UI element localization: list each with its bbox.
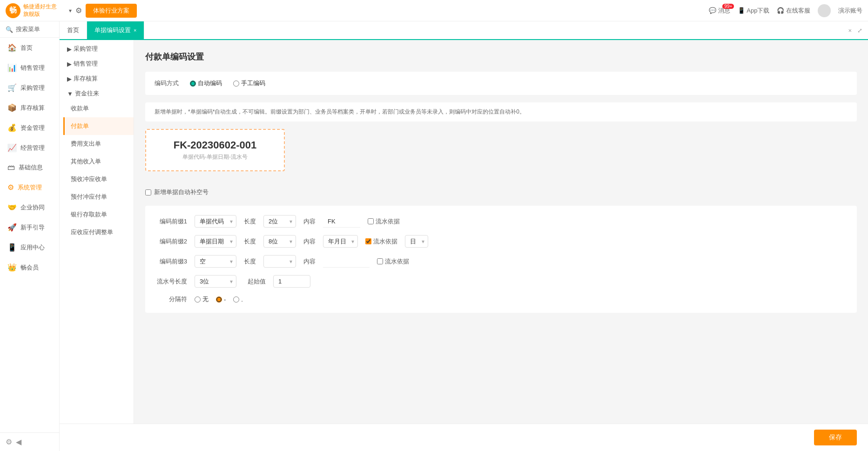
collapse-icon[interactable]: ◀ xyxy=(16,438,21,446)
stream3-checkbox[interactable] xyxy=(377,258,383,264)
settings-bottom-icon[interactable]: ⚙ xyxy=(6,438,12,446)
content3-label: 内容 xyxy=(303,257,316,266)
radio-sep-dot[interactable] xyxy=(233,296,239,303)
save-bar: 保存 xyxy=(60,424,868,451)
prefix3-select[interactable]: 空 xyxy=(195,255,236,268)
content2-select[interactable]: 年月日 xyxy=(323,235,358,248)
serial-len-select[interactable]: 3位 xyxy=(195,275,236,288)
submenu-capital[interactable]: ▼ 资金往来 xyxy=(60,85,134,100)
radio-auto-label[interactable]: 自动编码 xyxy=(190,79,222,88)
sidebar-item-system[interactable]: ⚙ 系统管理 xyxy=(0,177,59,197)
chevron-down-icon: ▼ xyxy=(67,90,73,97)
top-bar-dropdown[interactable]: ▾ xyxy=(69,7,72,14)
submenu-adjust[interactable]: 应收应付调整单 xyxy=(63,223,134,241)
tab-maximize-icon[interactable]: ⤢ xyxy=(857,27,862,34)
sales-icon: 📊 xyxy=(7,63,17,72)
submenu-expense[interactable]: 费用支出单 xyxy=(63,135,134,153)
sep-label: 分隔符 xyxy=(155,295,187,303)
tab-bar: 首页 单据编码设置 × × ⤢ xyxy=(60,21,868,40)
tab-coding-settings[interactable]: 单据编码设置 × xyxy=(87,21,144,39)
sidebar-item-basic[interactable]: 🗃 基础信息 xyxy=(0,158,59,177)
content2-label: 内容 xyxy=(303,237,316,246)
radio-sep-dash[interactable] xyxy=(216,296,222,303)
submenu-receipt[interactable]: 收款单 xyxy=(63,100,134,117)
headset-icon: 🎧 xyxy=(777,7,784,14)
finance-icon: 💰 xyxy=(7,123,17,132)
prefix2-select-wrapper: 单据日期 xyxy=(195,235,236,248)
app-download-btn[interactable]: 📱 App下载 xyxy=(738,7,769,15)
member-icon: 👑 xyxy=(7,263,17,272)
submenu-inventory[interactable]: ▶ 库存核算 xyxy=(60,70,134,85)
start-val-input[interactable] xyxy=(273,275,310,288)
sep-dot-label[interactable]: . xyxy=(233,296,243,303)
sep-row: 分隔符 无 - . xyxy=(155,295,848,303)
submenu-purchase[interactable]: ▶ 采购管理 xyxy=(60,40,134,55)
sidebar-item-inventory[interactable]: 📦 库存核算 xyxy=(0,98,59,118)
form-section: 编码前缀1 单据代码 长度 2位 内容 xyxy=(145,206,857,313)
sidebar: 🔍 搜索菜单 🏠 首页 📊 销售管理 🛒 采购管理 📦 库存核算 💰 资金管理 … xyxy=(0,21,60,451)
length1-select[interactable]: 2位 xyxy=(263,215,296,228)
radio-auto[interactable] xyxy=(190,81,196,87)
trial-btn[interactable]: 体验行业方案 xyxy=(86,4,137,18)
tab-home[interactable]: 首页 xyxy=(60,21,87,39)
sidebar-search[interactable]: 🔍 搜索菜单 xyxy=(0,21,59,38)
home-icon: 🏠 xyxy=(7,43,17,52)
length3-select[interactable] xyxy=(263,255,296,268)
serial-len-select-wrapper: 3位 xyxy=(195,275,236,288)
auto-fill-checkbox[interactable] xyxy=(145,189,151,195)
length2-select-wrapper: 8位 xyxy=(263,235,296,248)
code-preview-sub: 单据代码-单据日期-流水号 xyxy=(161,153,269,161)
length2-label: 长度 xyxy=(244,237,256,246)
radio-manual-label[interactable]: 手工编码 xyxy=(233,79,265,88)
tab-minimize-icon[interactable]: × xyxy=(848,27,852,34)
sidebar-item-sales[interactable]: 📊 销售管理 xyxy=(0,58,59,78)
tab-close-icon[interactable]: × xyxy=(134,27,136,33)
user-name: 演示账号 xyxy=(838,7,862,15)
auto-fill-row: 新增单据自动补空号 xyxy=(145,188,857,196)
radio-manual[interactable] xyxy=(233,81,239,87)
sidebar-item-member[interactable]: 👑 畅会员 xyxy=(0,257,59,277)
sep-dash-label[interactable]: - xyxy=(216,296,226,303)
stream2-cycle-wrapper: 日 xyxy=(405,235,428,248)
submenu-prepay-pay[interactable]: 预付冲应付单 xyxy=(63,188,134,206)
form-row-prefix3: 编码前缀3 空 长度 内容 xyxy=(155,255,848,268)
content1-label: 内容 xyxy=(303,217,316,226)
top-bar-right: 💬 消息 99+ 📱 App下载 🎧 在线客服 演示账号 xyxy=(709,4,862,17)
sidebar-item-operations[interactable]: 📈 经营管理 xyxy=(0,138,59,158)
stream2-cycle-select[interactable]: 日 xyxy=(405,235,428,248)
prefix1-select[interactable]: 单据代码 xyxy=(195,215,236,228)
submenu-prepay-recv[interactable]: 预收冲应收单 xyxy=(63,170,134,188)
code-preview-box: FK-20230602-001 单据代码-单据日期-流水号 xyxy=(145,129,285,171)
submenu-payment[interactable]: 付款单 xyxy=(63,117,134,135)
length2-select[interactable]: 8位 xyxy=(263,235,296,248)
sidebar-item-guide[interactable]: 🚀 新手引导 xyxy=(0,217,59,237)
sidebar-item-home[interactable]: 🏠 首页 xyxy=(0,38,59,58)
prefix2-label: 编码前缀2 xyxy=(155,237,187,246)
radio-sep-none[interactable] xyxy=(195,296,201,303)
sidebar-item-collab[interactable]: 🤝 企业协同 xyxy=(0,197,59,217)
submenu-other-income[interactable]: 其他收入单 xyxy=(63,153,134,170)
settings-icon[interactable]: ⚙ xyxy=(75,6,82,15)
stream2-checkbox[interactable] xyxy=(365,238,371,244)
content2-select-wrapper: 年月日 xyxy=(323,235,358,248)
submenu-sales[interactable]: ▶ 销售管理 xyxy=(60,55,134,70)
save-button[interactable]: 保存 xyxy=(814,430,857,445)
sidebar-item-finance[interactable]: 💰 资金管理 xyxy=(0,118,59,138)
sidebar-bottom: ⚙ ◀ xyxy=(0,432,59,451)
logo-icon: 畅 xyxy=(6,3,20,18)
prefix2-select[interactable]: 单据日期 xyxy=(195,235,236,248)
sidebar-item-purchase[interactable]: 🛒 采购管理 xyxy=(0,78,59,98)
avatar[interactable] xyxy=(818,4,831,17)
submenu-capital-children: 收款单 付款单 费用支出单 其他收入单 预收冲应收单 预付冲应付单 银行存取款单… xyxy=(60,100,134,241)
info-text: 新增单据时，*单据编码*自动生成，不可编辑。前缀设置为部门、业务员等档案类，开单… xyxy=(145,102,857,121)
page-content: 付款单编码设置 编码方式 自动编码 手工编码 新增单据时，*单据编码*自动生成，… xyxy=(134,40,868,424)
message-btn[interactable]: 💬 消息 99+ xyxy=(709,7,730,15)
submenu-bank[interactable]: 银行存取款单 xyxy=(63,206,134,223)
prefix3-label: 编码前缀3 xyxy=(155,257,187,266)
online-service-btn[interactable]: 🎧 在线客服 xyxy=(777,7,810,15)
stream1-checkbox[interactable] xyxy=(368,218,374,224)
sep-none-label[interactable]: 无 xyxy=(195,295,209,303)
sidebar-item-apps[interactable]: 📱 应用中心 xyxy=(0,237,59,257)
download-icon: 📱 xyxy=(738,7,745,14)
chevron-right-icon: ▶ xyxy=(67,46,72,53)
